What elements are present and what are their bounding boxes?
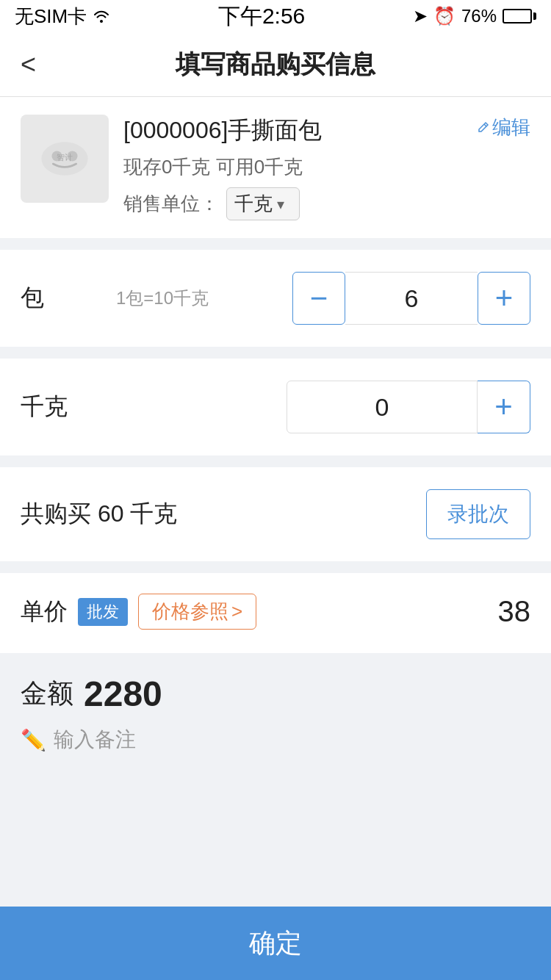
price-tag: 批发 xyxy=(78,598,128,626)
product-stock: 现存0千克 可用0千克 xyxy=(123,154,530,180)
product-unit-row: 销售单位： 千克 ▾ xyxy=(123,187,530,220)
kg-input[interactable] xyxy=(287,381,478,433)
status-left: 无SIM卡 xyxy=(15,4,110,29)
alarm-icon: ⏰ xyxy=(433,6,455,26)
bao-label: 包 xyxy=(21,282,109,314)
time-display: 下午2:56 xyxy=(218,1,305,32)
price-ref-label: 价格参照 xyxy=(152,599,228,624)
kg-row: 千克 + xyxy=(0,359,551,455)
note-row[interactable]: ✏️ 输入备注 xyxy=(21,726,530,754)
price-value: 38 xyxy=(498,595,531,628)
batch-button[interactable]: 录批次 xyxy=(426,489,530,539)
nav-bar: < 填写商品购买信息 xyxy=(0,32,551,97)
amount-section: 金额 2280 ✏️ 输入备注 xyxy=(0,653,551,907)
chevron-right-icon: > xyxy=(231,600,242,623)
battery-percent: 76% xyxy=(461,6,497,26)
note-label: 输入备注 xyxy=(54,726,136,754)
amount-label: 金额 xyxy=(21,676,73,712)
bao-section: 包 1包=10千克 − + xyxy=(0,250,551,347)
kg-stepper: + xyxy=(287,381,530,433)
amount-value: 2280 xyxy=(84,674,162,714)
total-row: 共购买 60 千克 录批次 xyxy=(0,467,551,561)
page-title: 填写商品购买信息 xyxy=(176,48,375,82)
total-unit-value: 千克 xyxy=(130,500,177,527)
battery-icon xyxy=(503,9,536,24)
edit-icon xyxy=(476,121,489,134)
product-info: [0000006]手撕面包 编辑 现存0千克 可用0千克 销售单位： 千克 ▾ xyxy=(123,115,530,220)
product-header: [0000006]手撕面包 编辑 xyxy=(123,115,530,147)
product-card: 智计 [0000006]手撕面包 编辑 现存0千克 可用0千克 销售单位： 千克… xyxy=(0,97,551,238)
chevron-down-icon: ▾ xyxy=(277,195,284,213)
pencil-icon: ✏️ xyxy=(21,728,46,752)
total-label: 共购买 xyxy=(21,500,91,527)
back-button[interactable]: < xyxy=(21,49,36,80)
status-right: ➤ ⏰ 76% xyxy=(413,6,536,26)
kg-label: 千克 xyxy=(21,391,109,423)
amount-row: 金额 2280 xyxy=(21,674,530,714)
bao-input[interactable] xyxy=(345,272,478,325)
price-row: 单价 批发 价格参照 > 38 xyxy=(21,594,530,630)
bao-hint: 1包=10千克 xyxy=(116,287,209,310)
unit-value: 千克 xyxy=(234,191,273,217)
total-text: 共购买 60 千克 xyxy=(21,498,177,530)
price-section: 单价 批发 价格参照 > 38 xyxy=(0,573,551,653)
kg-increment-button[interactable]: + xyxy=(478,381,530,433)
confirm-button[interactable]: 确定 xyxy=(0,907,551,980)
product-image: 智计 xyxy=(21,115,109,203)
total-amount-value: 60 xyxy=(98,500,124,527)
bao-increment-button[interactable]: + xyxy=(478,272,530,325)
status-bar: 无SIM卡 下午2:56 ➤ ⏰ 76% xyxy=(0,0,551,32)
product-logo-icon: 智计 xyxy=(39,137,90,181)
bao-stepper: − + xyxy=(292,272,530,325)
unit-label: 销售单位： xyxy=(123,191,219,217)
carrier-text: 无SIM卡 xyxy=(15,4,87,29)
price-label: 单价 xyxy=(21,596,68,628)
bao-decrement-button[interactable]: − xyxy=(292,272,345,325)
bao-row: 包 1包=10千克 − + xyxy=(0,250,551,347)
product-name: [0000006]手撕面包 xyxy=(123,115,476,147)
location-icon: ➤ xyxy=(413,6,428,26)
wifi-icon xyxy=(93,5,110,28)
unit-select[interactable]: 千克 ▾ xyxy=(226,187,300,220)
svg-text:智计: 智计 xyxy=(57,153,73,162)
edit-button[interactable]: 编辑 xyxy=(476,115,530,140)
kg-section: 千克 + xyxy=(0,359,551,455)
price-ref-button[interactable]: 价格参照 > xyxy=(138,594,256,630)
